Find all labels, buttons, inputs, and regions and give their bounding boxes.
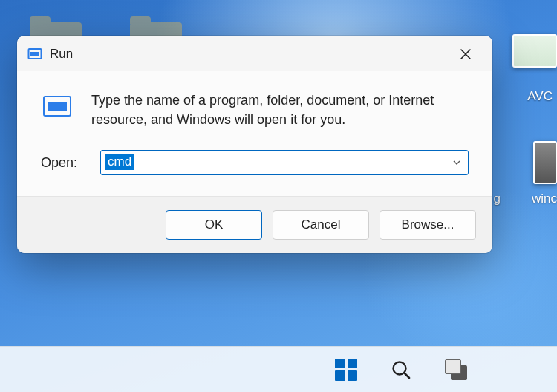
combobox-dropdown-button[interactable] [446,158,468,167]
svg-rect-1 [30,52,39,56]
taskbar [0,346,557,392]
dialog-body: Type the name of a program, folder, docu… [17,71,492,137]
start-button[interactable] [329,353,363,387]
search-icon [390,359,412,381]
desktop-icon-label: AVC [527,89,553,104]
run-app-icon [27,47,42,62]
run-dialog: Run Type the name of a program, folder, … [17,36,492,253]
close-icon [460,48,472,60]
windows-logo-icon [335,359,357,381]
desktop-thumbnail [533,141,557,184]
button-row: OK Cancel Browse... [17,196,492,253]
browse-button[interactable]: Browse... [380,210,476,240]
cancel-button[interactable]: Cancel [273,210,369,240]
chevron-down-icon [452,158,461,167]
desktop-icon-label: g [494,192,501,206]
close-button[interactable] [449,43,482,65]
task-view-button[interactable] [439,353,473,387]
dialog-description: Type the name of a program, folder, docu… [91,91,469,129]
desktop-icon-label: winc [532,192,557,206]
task-view-icon [445,359,467,380]
svg-line-5 [405,373,410,378]
open-row: Open: cmd [17,137,492,196]
run-large-icon [41,91,74,123]
titlebar: Run [17,36,492,71]
desktop-thumbnail [512,34,557,68]
dialog-title: Run [50,47,449,62]
open-label: Open: [41,155,85,171]
ok-button[interactable]: OK [166,210,262,240]
svg-rect-3 [48,102,67,111]
taskbar-search-button[interactable] [384,353,418,387]
open-input[interactable] [101,152,446,173]
open-combobox[interactable]: cmd [100,150,469,175]
